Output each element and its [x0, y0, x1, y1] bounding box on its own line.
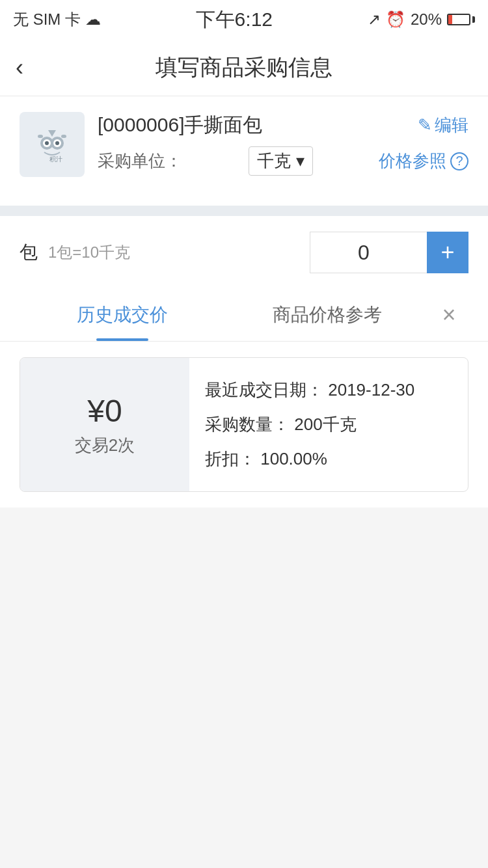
unit-row: 采购单位： 千克 ▾ 价格参照 ?	[98, 146, 468, 176]
price-ref-label: 价格参照	[379, 150, 446, 172]
page-background	[0, 508, 488, 868]
tab-history-label: 历史成交价	[77, 303, 168, 327]
svg-rect-7	[38, 135, 43, 138]
status-right: ↗ ⏰ 20%	[368, 10, 475, 29]
transaction-date-row: 最近成交日期： 2019-12-30	[205, 377, 452, 403]
product-header: 积汁 [0000006]手撕面包 ✎ 编辑 采购单位： 千克 ▾ 价格参照 ?	[20, 112, 468, 177]
quantity-input[interactable]	[310, 232, 427, 273]
tab-close-button[interactable]: ×	[429, 289, 468, 341]
transaction-left: ¥0 交易2次	[20, 358, 189, 491]
transaction-right: 最近成交日期： 2019-12-30 采购数量： 200千克 折扣： 100.0…	[189, 358, 468, 491]
quantity-plus-button[interactable]: +	[427, 232, 468, 273]
product-info: [0000006]手撕面包 ✎ 编辑 采购单位： 千克 ▾ 价格参照 ?	[98, 112, 468, 176]
qty-value: 200千克	[294, 414, 356, 434]
back-button[interactable]: ‹	[16, 54, 23, 81]
help-icon: ?	[450, 152, 468, 170]
svg-marker-6	[48, 130, 56, 137]
date-value: 2019-12-30	[328, 380, 414, 400]
edit-button[interactable]: ✎ 编辑	[418, 114, 468, 137]
transaction-discount-row: 折扣： 100.00%	[205, 446, 452, 472]
product-card: 积汁 [0000006]手撕面包 ✎ 编辑 采购单位： 千克 ▾ 价格参照 ?	[0, 96, 488, 206]
unit-select[interactable]: 千克 ▾	[249, 146, 313, 176]
status-bar: 无 SIM 卡 ☁ 下午6:12 ↗ ⏰ 20%	[0, 0, 488, 39]
svg-point-4	[45, 141, 49, 145]
quantity-row: 包 1包=10千克 +	[0, 216, 488, 289]
transaction-price: ¥0	[87, 393, 122, 429]
unit-value: 千克	[257, 150, 291, 172]
product-name: [0000006]手撕面包	[98, 112, 262, 139]
transaction-card: ¥0 交易2次 最近成交日期： 2019-12-30 采购数量： 200千克 折…	[20, 357, 468, 492]
tab-row: 历史成交价 商品价格参考 ×	[0, 289, 488, 342]
owl-logo: 积汁	[33, 125, 72, 164]
no-sim-text: 无 SIM 卡 ☁	[13, 9, 101, 30]
unit-ratio: 1包=10千克	[48, 242, 130, 263]
quantity-control: +	[310, 232, 468, 273]
status-time: 下午6:12	[196, 7, 273, 33]
transaction-list: ¥0 交易2次 最近成交日期： 2019-12-30 采购数量： 200千克 折…	[0, 342, 488, 508]
qty-label: 采购数量：	[205, 414, 290, 434]
battery-icon	[447, 14, 475, 25]
nav-bar: ‹ 填写商品采购信息	[0, 39, 488, 96]
unit-badge: 包	[20, 240, 38, 265]
transaction-qty-row: 采购数量： 200千克	[205, 412, 452, 437]
discount-label: 折扣：	[205, 449, 256, 468]
bottom-panel: 历史成交价 商品价格参考 × ¥0 交易2次 最近成交日期： 2019-12-3…	[0, 289, 488, 508]
svg-point-5	[55, 141, 59, 145]
product-name-row: [0000006]手撕面包 ✎ 编辑	[98, 112, 468, 139]
svg-text:积汁: 积汁	[49, 156, 62, 163]
status-left: 无 SIM 卡 ☁	[13, 9, 101, 30]
edit-icon: ✎	[418, 115, 432, 135]
tab-history-price[interactable]: 历史成交价	[20, 289, 224, 341]
tab-product-price[interactable]: 商品价格参考	[224, 289, 429, 341]
alarm-icon: ⏰	[386, 10, 405, 29]
price-ref-button[interactable]: 价格参照 ?	[379, 150, 468, 172]
svg-rect-8	[61, 135, 66, 138]
transaction-count: 交易2次	[75, 434, 135, 457]
dropdown-icon: ▾	[296, 151, 305, 171]
date-label: 最近成交日期：	[205, 380, 323, 400]
section-divider	[0, 206, 488, 216]
battery-percent: 20%	[411, 10, 442, 29]
edit-label: 编辑	[435, 114, 468, 137]
tab-product-label: 商品价格参考	[273, 303, 382, 327]
page-title: 填写商品采购信息	[156, 53, 332, 83]
unit-label-text: 采购单位：	[98, 150, 182, 172]
product-image: 积汁	[20, 112, 85, 177]
discount-value: 100.00%	[260, 449, 327, 468]
unit-info: 包 1包=10千克	[20, 240, 130, 265]
location-icon: ↗	[368, 10, 381, 29]
